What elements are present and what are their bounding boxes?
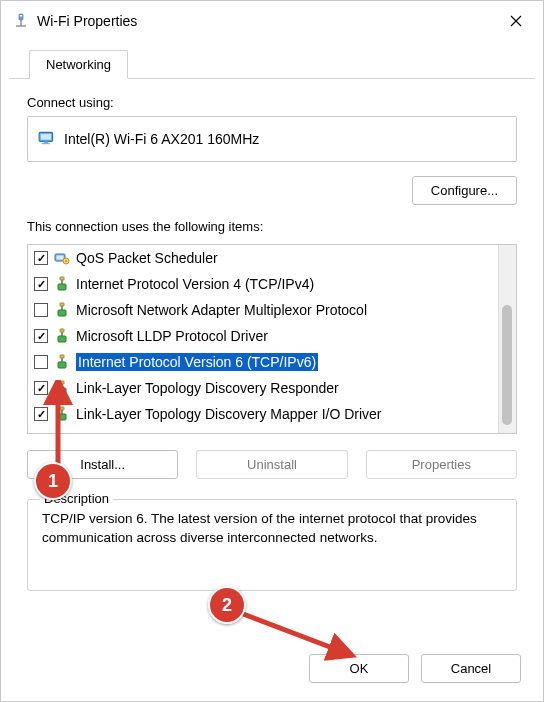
svg-rect-4 <box>44 141 49 143</box>
checkbox[interactable] <box>34 381 48 395</box>
dialog-footer: OK Cancel <box>1 640 543 701</box>
svg-rect-16 <box>58 362 66 368</box>
svg-rect-5 <box>42 143 50 144</box>
protocol-icon <box>54 276 70 292</box>
annotation-marker-1: 1 <box>34 462 72 500</box>
scrollbar-thumb[interactable] <box>502 305 512 425</box>
checkbox[interactable] <box>34 329 48 343</box>
tab-networking[interactable]: Networking <box>29 50 128 79</box>
list-item[interactable]: Link-Layer Topology Discovery Mapper I/O… <box>34 401 498 427</box>
items-label: This connection uses the following items… <box>27 219 517 234</box>
svg-rect-14 <box>58 336 66 342</box>
svg-point-9 <box>65 260 67 262</box>
checkbox[interactable] <box>34 407 48 421</box>
protocol-icon <box>54 328 70 344</box>
svg-rect-21 <box>60 407 64 410</box>
svg-rect-13 <box>60 303 64 306</box>
close-button[interactable] <box>493 1 539 41</box>
tab-strip: Networking <box>9 41 535 79</box>
service-icon <box>54 250 70 266</box>
ok-button[interactable]: OK <box>309 654 409 683</box>
list-item[interactable]: Internet Protocol Version 4 (TCP/IPv4) <box>34 271 498 297</box>
list-item[interactable]: QoS Packet Scheduler <box>34 245 498 271</box>
protocol-icon <box>54 302 70 318</box>
svg-rect-15 <box>60 329 64 332</box>
svg-rect-19 <box>60 381 64 384</box>
list-item-label: Link-Layer Topology Discovery Responder <box>76 380 339 396</box>
protocol-icon <box>54 406 70 422</box>
list-item-label: Microsoft Network Adapter Multiplexor Pr… <box>76 302 367 318</box>
svg-rect-0 <box>19 14 23 20</box>
svg-rect-17 <box>60 355 64 358</box>
window-title: Wi-Fi Properties <box>37 13 493 29</box>
list-item-label: QoS Packet Scheduler <box>76 250 218 266</box>
svg-rect-20 <box>58 414 66 420</box>
list-item[interactable]: Internet Protocol Version 6 (TCP/IPv6) <box>34 349 498 375</box>
cancel-button[interactable]: Cancel <box>421 654 521 683</box>
svg-rect-7 <box>57 256 64 260</box>
app-icon <box>13 13 29 29</box>
annotation-marker-2: 2 <box>208 586 246 624</box>
adapter-icon <box>38 129 56 150</box>
svg-rect-10 <box>58 284 66 290</box>
list-item[interactable]: Link-Layer Topology Discovery Responder <box>34 375 498 401</box>
svg-rect-3 <box>41 134 51 140</box>
connect-using-label: Connect using: <box>27 95 517 110</box>
list-item-label: Internet Protocol Version 4 (TCP/IPv4) <box>76 276 314 292</box>
dialog-window: Wi-Fi Properties Networking Connect usin… <box>0 0 544 702</box>
adapter-name: Intel(R) Wi-Fi 6 AX201 160MHz <box>64 131 259 147</box>
configure-button[interactable]: Configure... <box>412 176 517 205</box>
uninstall-button: Uninstall <box>196 450 347 479</box>
items-listbox[interactable]: QoS Packet SchedulerInternet Protocol Ve… <box>27 244 517 434</box>
list-item[interactable]: Microsoft Network Adapter Multiplexor Pr… <box>34 297 498 323</box>
properties-button: Properties <box>366 450 517 479</box>
list-item-label: Microsoft LLDP Protocol Driver <box>76 328 268 344</box>
svg-rect-18 <box>58 388 66 394</box>
scrollbar[interactable] <box>498 245 516 433</box>
protocol-icon <box>54 354 70 370</box>
description-text: TCP/IP version 6. The latest version of … <box>42 510 502 548</box>
description-group: Description TCP/IP version 6. The latest… <box>27 499 517 591</box>
svg-rect-1 <box>20 15 22 16</box>
protocol-icon <box>54 380 70 396</box>
dialog-body: Connect using: Intel(R) Wi-Fi 6 AX201 16… <box>1 79 543 640</box>
checkbox[interactable] <box>34 251 48 265</box>
svg-rect-11 <box>60 277 64 280</box>
titlebar: Wi-Fi Properties <box>1 1 543 41</box>
list-item-label: Link-Layer Topology Discovery Mapper I/O… <box>76 406 382 422</box>
list-item[interactable]: Microsoft LLDP Protocol Driver <box>34 323 498 349</box>
svg-rect-12 <box>58 310 66 316</box>
checkbox[interactable] <box>34 277 48 291</box>
checkbox[interactable] <box>34 355 48 369</box>
adapter-field: Intel(R) Wi-Fi 6 AX201 160MHz <box>27 116 517 162</box>
list-item-label: Internet Protocol Version 6 (TCP/IPv6) <box>76 353 318 371</box>
checkbox[interactable] <box>34 303 48 317</box>
